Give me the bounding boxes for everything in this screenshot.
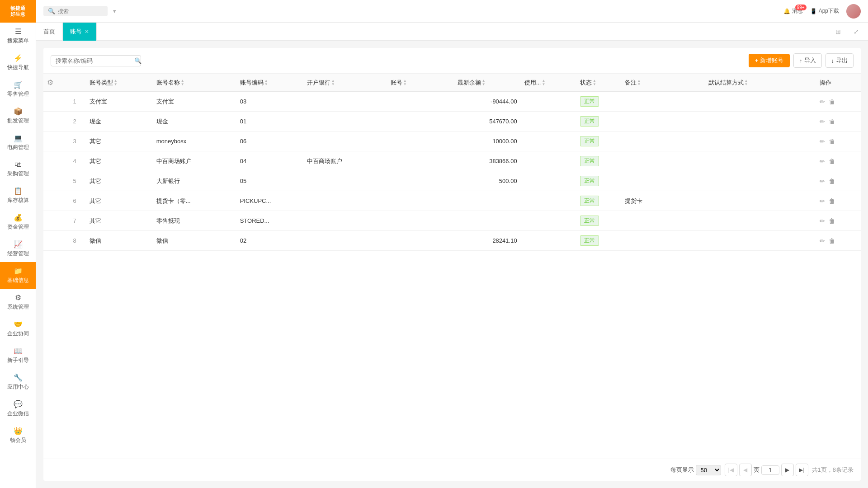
delete-icon[interactable]: 🗑 <box>829 178 835 185</box>
column-settings-icon[interactable]: ⚙ <box>47 79 53 86</box>
sort-remark[interactable]: ▲▼ <box>637 79 641 86</box>
edit-icon[interactable]: ✏ <box>820 217 825 225</box>
edit-icon[interactable]: ✏ <box>820 237 825 244</box>
row-settings <box>43 112 63 131</box>
messages-button[interactable]: 🔔 消息 99+ <box>783 7 803 15</box>
import-button[interactable]: ↑ 导入 <box>793 53 822 68</box>
row-status: 正常 <box>576 131 621 151</box>
row-bank <box>303 112 387 131</box>
sidebar-item-purchase[interactable]: 🛍 采购管理 <box>0 156 36 182</box>
delete-icon[interactable]: 🗑 <box>829 197 835 205</box>
quicknav-icon: ⚡ <box>14 54 23 62</box>
sidebar-item-cooperation[interactable]: 🤝 企业协同 <box>0 315 36 342</box>
row-usage <box>521 211 576 231</box>
row-bank <box>303 231 387 251</box>
search-input[interactable] <box>56 57 132 64</box>
edit-icon[interactable]: ✏ <box>820 158 825 165</box>
th-status[interactable]: 状态 ▲▼ <box>576 74 621 92</box>
sort-status[interactable]: ▲▼ <box>593 79 596 86</box>
header-dropdown-icon[interactable]: ▾ <box>113 8 116 14</box>
search-box[interactable]: 🔍 <box>51 55 141 66</box>
delete-icon[interactable]: 🗑 <box>829 118 835 125</box>
th-type[interactable]: 账号类型 ▲▼ <box>86 74 153 92</box>
sidebar-item-label: 系统管理 <box>7 303 29 311</box>
sidebar-item-system[interactable]: ⚙ 系统管理 <box>0 289 36 315</box>
row-balance: 500.00 <box>454 171 521 191</box>
th-account[interactable]: 账号 ▲▼ <box>387 74 454 92</box>
sidebar-item-quicknav[interactable]: ⚡ 快捷导航 <box>0 49 36 76</box>
row-status: 正常 <box>576 151 621 171</box>
main-area: 🔍 ▾ 🔔 消息 99+ 📱 App下载 首页 账号 ✕ ⊞ <box>36 0 868 488</box>
sidebar-item-inventory[interactable]: 📋 库存核算 <box>0 182 36 209</box>
edit-icon[interactable]: ✏ <box>820 197 825 205</box>
th-payment[interactable]: 默认结算方式 ▲▼ <box>705 74 816 92</box>
sidebar-item-retail[interactable]: 🛒 零售管理 <box>0 76 36 103</box>
th-code[interactable]: 账号编码 ▲▼ <box>236 74 303 92</box>
row-bank <box>303 211 387 231</box>
toolbar-right: + 新增账号 ↑ 导入 ↓ 导出 <box>749 53 854 68</box>
app-download-button[interactable]: 📱 App下载 <box>810 7 839 15</box>
tab-fullscreen-icon[interactable]: ⤢ <box>854 28 859 35</box>
delete-icon[interactable]: 🗑 <box>829 138 835 145</box>
th-bank[interactable]: 开户银行 ▲▼ <box>303 74 387 92</box>
sort-type[interactable]: ▲▼ <box>114 79 118 86</box>
table-row: 1 支付宝 支付宝 03 -90444.00 正常 ✏ 🗑 <box>43 92 861 112</box>
page-size-selector[interactable]: 每页显示 50 20 100 <box>670 465 721 475</box>
last-page-button[interactable]: ▶| <box>796 464 808 476</box>
status-badge: 正常 <box>580 116 599 127</box>
delete-icon[interactable]: 🗑 <box>829 98 835 105</box>
sidebar-item-search[interactable]: ☰ 搜索菜单 <box>0 23 36 49</box>
delete-icon[interactable]: 🗑 <box>829 217 835 225</box>
page-number-input[interactable] <box>761 465 779 475</box>
user-avatar[interactable] <box>846 4 861 19</box>
import-icon: ↑ <box>799 57 802 64</box>
sort-name[interactable]: ▲▼ <box>181 79 184 86</box>
tab-close-icon[interactable]: ✕ <box>85 28 89 35</box>
th-balance-label: 最新余额 <box>458 79 481 87</box>
sidebar-item-guide[interactable]: 📖 新手引导 <box>0 342 36 369</box>
prev-page-button[interactable]: ◀ <box>739 464 752 476</box>
sort-code[interactable]: ▲▼ <box>264 79 268 86</box>
sort-usage[interactable]: ▲▼ <box>542 79 545 86</box>
tab-account[interactable]: 账号 ✕ <box>63 23 97 41</box>
sort-balance[interactable]: ▲▼ <box>482 79 486 86</box>
page-label: 页 <box>754 466 760 474</box>
search-icon[interactable]: 🔍 <box>134 57 142 64</box>
delete-icon[interactable]: 🗑 <box>829 158 835 165</box>
header-search[interactable]: 🔍 <box>43 6 108 16</box>
sidebar-item-corpwechat[interactable]: 💬 企业微信 <box>0 395 36 422</box>
sidebar-item-finance[interactable]: 💰 资金管理 <box>0 209 36 235</box>
th-remark[interactable]: 备注 ▲▼ <box>621 74 705 92</box>
tab-home[interactable]: 首页 <box>36 23 63 41</box>
th-name-label: 账号名称 <box>156 79 180 87</box>
edit-icon[interactable]: ✏ <box>820 98 825 105</box>
sidebar-item-basicinfo[interactable]: 📁 基础信息 <box>0 262 36 289</box>
sidebar-item-ecommerce[interactable]: 💻 电商管理 <box>0 129 36 156</box>
th-name[interactable]: 账号名称 ▲▼ <box>153 74 236 92</box>
sidebar-item-member[interactable]: 👑 畅会员 <box>0 422 36 449</box>
next-page-button[interactable]: ▶ <box>781 464 794 476</box>
edit-icon[interactable]: ✏ <box>820 138 825 145</box>
export-button[interactable]: ↓ 导出 <box>826 53 854 68</box>
sort-payment[interactable]: ▲▼ <box>745 79 748 86</box>
sidebar-item-appcenter[interactable]: 🔧 应用中心 <box>0 369 36 395</box>
sidebar-item-operations[interactable]: 📈 经营管理 <box>0 235 36 262</box>
sidebar-item-wholesale[interactable]: 📦 批发管理 <box>0 103 36 129</box>
th-usage[interactable]: 使用... ▲▼ <box>521 74 576 92</box>
th-balance[interactable]: 最新余额 ▲▼ <box>454 74 521 92</box>
per-page-select[interactable]: 50 20 100 <box>696 465 721 475</box>
edit-icon[interactable]: ✏ <box>820 118 825 125</box>
sort-account[interactable]: ▲▼ <box>403 79 407 86</box>
tab-expand-icon[interactable]: ⊞ <box>835 28 841 35</box>
delete-icon[interactable]: 🗑 <box>829 237 835 244</box>
header-search-input[interactable] <box>58 8 103 14</box>
status-badge: 正常 <box>580 156 599 166</box>
sort-bank[interactable]: ▲▼ <box>331 79 335 86</box>
edit-icon[interactable]: ✏ <box>820 178 825 185</box>
row-action: ✏ 🗑 <box>816 92 861 112</box>
app-download-label: App下载 <box>819 7 839 15</box>
table-row: 7 其它 零售抵现 STORED... 正常 ✏ 🗑 <box>43 211 861 231</box>
add-account-button[interactable]: + 新增账号 <box>749 54 790 67</box>
th-settings[interactable]: ⚙ <box>43 74 63 92</box>
first-page-button[interactable]: |◀ <box>725 464 737 476</box>
